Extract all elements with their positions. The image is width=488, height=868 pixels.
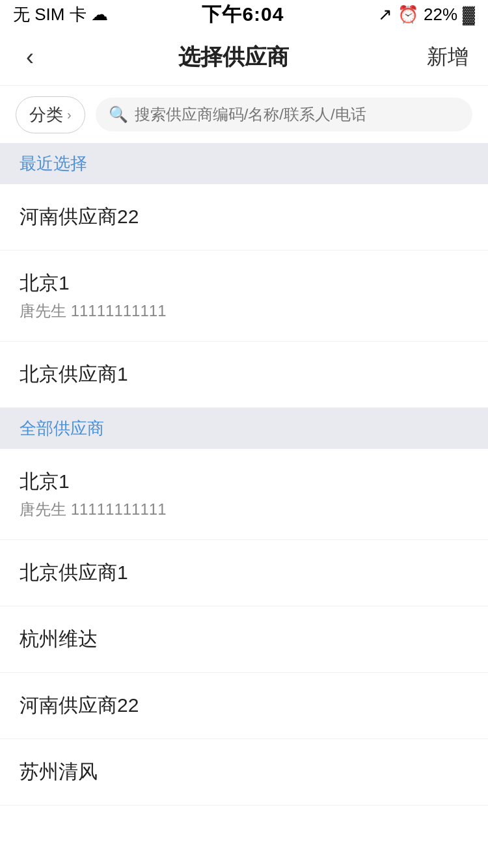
status-right: ↗ ⏰ 22% ▓ [378, 5, 475, 25]
list-item[interactable]: 河南供应商22 [0, 673, 488, 739]
battery-level: 22% [424, 5, 457, 25]
nav-bar: ‹ 选择供应商 新增 [0, 29, 488, 86]
search-box[interactable]: 🔍 [96, 98, 472, 131]
item-name: 北京供应商1 [20, 560, 468, 586]
item-name: 河南供应商22 [20, 692, 468, 719]
item-name: 北京1 [20, 270, 468, 297]
item-name: 杭州维达 [20, 626, 468, 653]
chevron-right-icon: › [67, 107, 72, 122]
list-item[interactable]: 北京供应商1 [0, 540, 488, 606]
item-name: 北京供应商1 [20, 361, 468, 388]
alarm-icon: ⏰ [398, 5, 418, 25]
status-bar: 无 SIM 卡 ☁ 下午6:04 ↗ ⏰ 22% ▓ [0, 0, 488, 29]
status-time: 下午6:04 [202, 1, 284, 28]
add-button[interactable]: 新增 [427, 43, 468, 72]
item-name: 北京1 [20, 468, 468, 495]
recent-section-header: 最近选择 [0, 143, 488, 184]
item-name: 河南供应商22 [20, 204, 468, 230]
item-name: 苏州清风 [20, 759, 468, 785]
recent-section-label: 最近选择 [20, 154, 87, 173]
item-sub: 唐先生 11111111111 [20, 301, 468, 321]
all-section-label: 全部供应商 [20, 418, 104, 438]
location-icon: ↗ [378, 5, 392, 25]
list-item[interactable]: 苏州清风 [0, 739, 488, 806]
sim-status: 无 SIM 卡 ☁ [13, 3, 108, 26]
list-item[interactable]: 杭州维达 [0, 606, 488, 673]
page-title: 选择供应商 [178, 42, 289, 72]
all-list: 北京1唐先生 11111111111北京供应商1杭州维达河南供应商22苏州清风 [0, 449, 488, 806]
list-item[interactable]: 北京1唐先生 11111111111 [0, 251, 488, 342]
list-item[interactable]: 北京1唐先生 11111111111 [0, 449, 488, 540]
item-sub: 唐先生 11111111111 [20, 499, 468, 520]
category-label: 分类 [29, 103, 63, 126]
list-item[interactable]: 北京供应商1 [0, 342, 488, 408]
back-button[interactable]: ‹ [20, 37, 40, 77]
search-input[interactable] [135, 105, 459, 124]
status-left: 无 SIM 卡 ☁ [13, 3, 108, 26]
list-item[interactable]: 河南供应商22 [0, 184, 488, 251]
recent-list: 河南供应商22北京1唐先生 11111111111北京供应商1 [0, 184, 488, 408]
battery-icon: ▓ [463, 5, 475, 25]
filter-bar: 分类 › 🔍 [0, 86, 488, 143]
search-icon: 🔍 [109, 105, 128, 124]
all-section-header: 全部供应商 [0, 408, 488, 449]
category-button[interactable]: 分类 › [16, 96, 85, 133]
